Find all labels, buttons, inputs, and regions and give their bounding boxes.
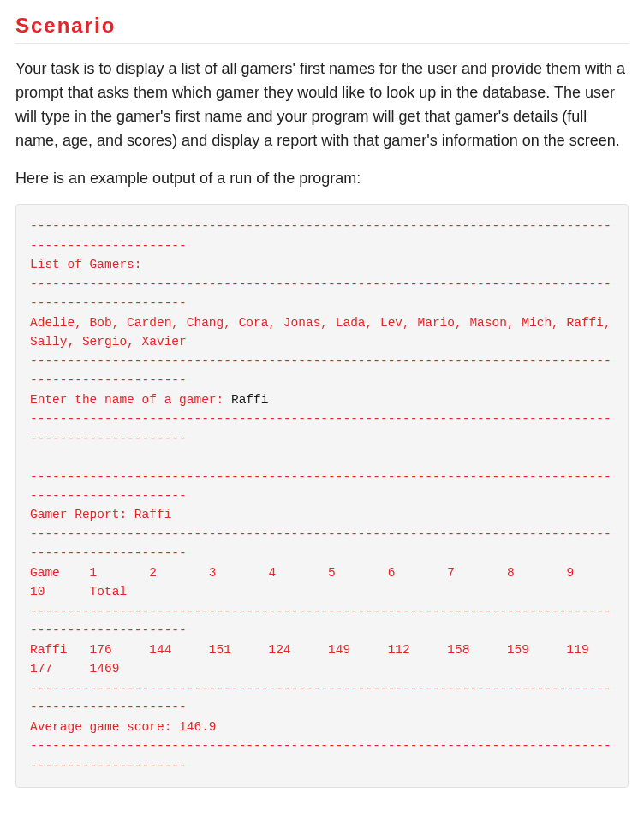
table-header: Game 1 2 3 4 5 6 7 8 9 10 Total: [30, 566, 626, 599]
example-lead: Here is an example output of a run of th…: [15, 167, 629, 191]
table-row: Raffi 176 144 151 124 149 112 158 159 11…: [30, 643, 626, 676]
section-heading: Scenario: [15, 14, 629, 44]
example-output-block: ----------------------------------------…: [15, 204, 629, 788]
prompt-text: Enter the name of a gamer:: [30, 393, 231, 407]
intro-paragraph: Your task is to display a list of all ga…: [15, 57, 629, 153]
report-header: Gamer Report: Raffi: [30, 508, 171, 521]
gamer-names: Adelie, Bob, Carden, Chang, Cora, Jonas,…: [30, 316, 618, 348]
sep: ----------------------------------------…: [30, 354, 611, 387]
sep: ----------------------------------------…: [30, 527, 611, 560]
sep: ----------------------------------------…: [30, 412, 611, 444]
sep: ----------------------------------------…: [30, 470, 611, 503]
average-line: Average game score: 146.9: [30, 720, 217, 734]
sep: ----------------------------------------…: [30, 739, 611, 771]
sep: ----------------------------------------…: [30, 219, 611, 252]
sep: ----------------------------------------…: [30, 682, 611, 714]
user-input: Raffi: [231, 393, 269, 407]
sep: ----------------------------------------…: [30, 605, 611, 637]
sep: ----------------------------------------…: [30, 277, 611, 310]
list-header: List of Gamers:: [30, 258, 142, 271]
